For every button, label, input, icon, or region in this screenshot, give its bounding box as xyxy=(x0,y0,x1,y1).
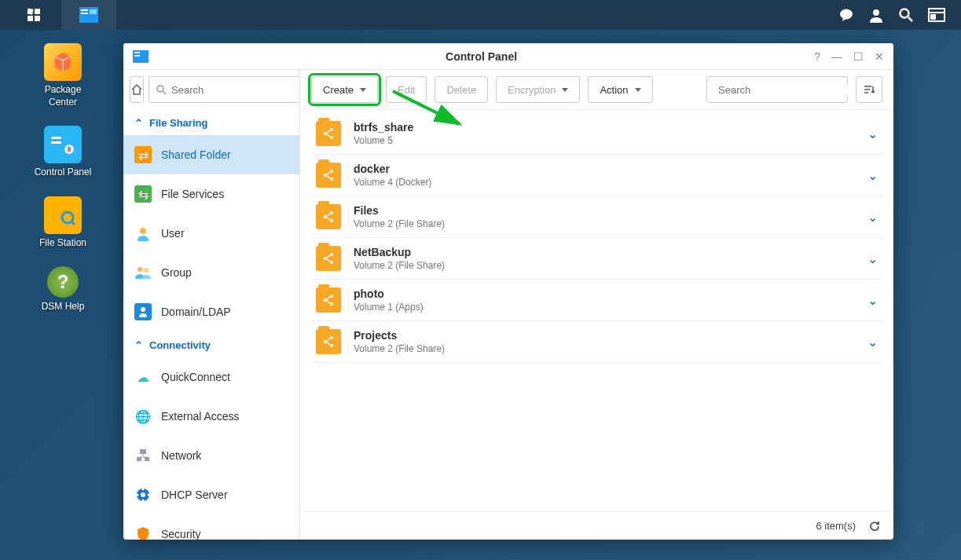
share-folder-icon xyxy=(316,329,341,354)
refresh-button[interactable] xyxy=(868,520,881,533)
encryption-button[interactable]: Encryption xyxy=(496,76,580,103)
caret-down-icon xyxy=(635,88,641,92)
svg-rect-2 xyxy=(28,16,33,21)
main-menu-button[interactable] xyxy=(6,0,61,30)
close-icon[interactable]: ✕ xyxy=(875,50,884,63)
widgets-icon[interactable] xyxy=(928,8,945,22)
chevron-down-icon[interactable]: ⌄ xyxy=(867,126,878,141)
caret-down-icon xyxy=(360,88,366,92)
maximize-icon[interactable]: ☐ xyxy=(853,50,864,63)
sidebar-item-dhcp-server[interactable]: DHCP Server xyxy=(123,475,299,514)
svg-point-26 xyxy=(140,228,146,234)
desktop-icon-package-center[interactable]: Package Center xyxy=(28,43,98,108)
statusbar: 6 item(s) xyxy=(300,511,893,540)
taskbar-left xyxy=(6,0,116,30)
sidebar-item-label: QuickConnect xyxy=(161,371,230,383)
sidebar-item-domain-ldap[interactable]: Domain/LDAP xyxy=(123,292,299,331)
svg-rect-0 xyxy=(27,9,33,15)
user-icon[interactable] xyxy=(868,7,884,23)
window-titlebar[interactable]: Control Panel ? — ☐ ✕ xyxy=(123,43,893,70)
svg-point-9 xyxy=(873,9,879,16)
folder-volume: Volume 4 (Docker) xyxy=(354,177,855,188)
search-icon xyxy=(156,84,167,95)
svg-rect-5 xyxy=(81,9,88,11)
svg-point-46 xyxy=(330,136,333,139)
sidebar-item-network[interactable]: Network xyxy=(123,436,299,475)
svg-point-71 xyxy=(330,344,333,347)
svg-rect-22 xyxy=(134,52,140,53)
delete-button[interactable]: Delete xyxy=(435,76,488,103)
taskbar-app-control-panel[interactable] xyxy=(61,0,116,30)
sidebar-item-security[interactable]: Security xyxy=(123,514,299,540)
chevron-down-icon[interactable]: ⌄ xyxy=(867,335,878,350)
help-icon[interactable]: ? xyxy=(814,50,820,63)
svg-point-19 xyxy=(62,212,73,223)
folder-row[interactable]: docker Volume 4 (Docker) ⌄ xyxy=(311,155,882,196)
chat-icon[interactable] xyxy=(838,7,854,23)
section-label: Connectivity xyxy=(149,339,211,351)
sidebar-search[interactable] xyxy=(149,76,300,103)
svg-rect-14 xyxy=(931,15,935,19)
action-button[interactable]: Action xyxy=(588,76,652,103)
svg-point-50 xyxy=(324,174,327,177)
folder-row[interactable]: btrfs_share Volume 5 ⌄ xyxy=(311,113,882,155)
svg-rect-23 xyxy=(134,55,140,57)
svg-point-64 xyxy=(330,295,333,298)
sort-button[interactable] xyxy=(856,76,882,103)
svg-point-24 xyxy=(157,86,163,92)
folder-name: NetBackup xyxy=(354,246,855,258)
svg-point-45 xyxy=(324,132,327,135)
svg-line-25 xyxy=(163,91,166,94)
sidebar-item-label: External Access xyxy=(161,410,240,423)
svg-line-53 xyxy=(327,176,330,178)
svg-rect-30 xyxy=(140,449,146,454)
sidebar-item-group[interactable]: Group xyxy=(123,253,299,292)
desktop-icon-control-panel[interactable]: Control Panel xyxy=(28,126,98,179)
sidebar-item-file-services[interactable]: ⇆ File Services xyxy=(123,174,299,214)
svg-point-55 xyxy=(324,215,327,218)
home-button[interactable] xyxy=(130,76,144,103)
folder-row[interactable]: NetBackup Volume 2 (File Share) ⌄ xyxy=(311,238,882,280)
svg-line-48 xyxy=(327,134,330,137)
sidebar-search-input[interactable] xyxy=(171,84,300,96)
search-icon[interactable] xyxy=(898,7,914,23)
svg-rect-18 xyxy=(68,147,71,152)
desktop-icon-dsm-help[interactable]: ? DSM Help xyxy=(28,266,98,313)
sidebar-item-quickconnect[interactable]: ☁ QuickConnect xyxy=(123,357,299,397)
edit-button[interactable]: Edit xyxy=(386,76,427,103)
svg-point-39 xyxy=(142,500,145,502)
svg-line-11 xyxy=(908,17,912,21)
folder-name: docker xyxy=(354,163,855,175)
main-search[interactable] xyxy=(706,76,848,103)
sidebar-item-label: Group xyxy=(161,266,192,279)
svg-rect-6 xyxy=(81,13,88,14)
chevron-down-icon[interactable]: ⌄ xyxy=(867,251,878,266)
folder-row[interactable]: Projects Volume 2 (File Share) ⌄ xyxy=(311,321,882,363)
create-button[interactable]: Create xyxy=(311,76,378,103)
folder-row[interactable]: Files Volume 2 (File Share) ⌄ xyxy=(311,196,882,238)
svg-rect-1 xyxy=(35,9,40,14)
chevron-down-icon[interactable]: ⌄ xyxy=(867,210,878,225)
sidebar-item-label: File Services xyxy=(161,188,224,200)
svg-point-66 xyxy=(330,302,333,306)
main-search-input[interactable] xyxy=(718,84,850,96)
section-header-file-sharing[interactable]: ⌃ File Sharing xyxy=(123,109,299,135)
minimize-icon[interactable]: — xyxy=(831,50,842,63)
svg-point-8 xyxy=(840,9,853,20)
section-header-connectivity[interactable]: ⌃ Connectivity xyxy=(123,331,299,357)
sidebar-item-user[interactable]: User xyxy=(123,214,299,253)
shield-icon xyxy=(134,525,152,540)
folder-row[interactable]: photo Volume 1 (Apps) ⌄ xyxy=(311,280,882,321)
chevron-down-icon[interactable]: ⌄ xyxy=(867,168,878,183)
chevron-down-icon[interactable]: ⌄ xyxy=(867,293,878,308)
sidebar-item-external-access[interactable]: 🌐 External Access xyxy=(123,397,299,436)
dhcp-icon xyxy=(134,486,152,503)
svg-line-62 xyxy=(327,255,330,258)
desktop-icon-file-station[interactable]: File Station xyxy=(28,196,98,250)
network-icon xyxy=(134,447,152,464)
svg-point-28 xyxy=(144,268,149,273)
sidebar-item-shared-folder[interactable]: ⇄ Shared Folder xyxy=(123,135,299,174)
folder-list: btrfs_share Volume 5 ⌄ docker Volume 4 (… xyxy=(300,110,893,511)
caret-down-icon xyxy=(562,88,568,92)
svg-point-38 xyxy=(148,494,150,496)
